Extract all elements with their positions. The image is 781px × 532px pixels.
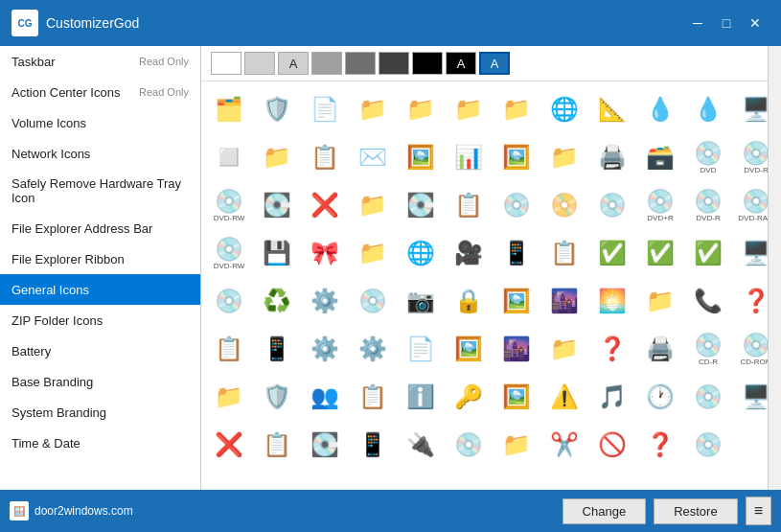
icon-cell-85[interactable]: ⚠️: [541, 374, 587, 420]
icon-cell-40[interactable]: 💾: [254, 230, 300, 276]
icon-cell-94[interactable]: 📱: [350, 422, 396, 468]
icon-cell-24[interactable]: 💿DVD-R: [733, 134, 768, 180]
sidebar-item-system-branding[interactable]: System Branding: [0, 397, 200, 428]
icon-cell-17[interactable]: 🖼️: [398, 134, 444, 180]
icon-cell-69[interactable]: 📄: [398, 326, 444, 372]
icon-cell-34[interactable]: 💿: [589, 182, 635, 228]
sidebar-item-volume-icons[interactable]: Volume Icons: [0, 107, 200, 138]
swatch-selected[interactable]: A: [479, 52, 510, 75]
icon-cell-75[interactable]: 💿CD-R: [685, 326, 731, 372]
sidebar-item-taskbar[interactable]: TaskbarRead Only: [0, 46, 200, 77]
icon-cell-95[interactable]: 🔌: [398, 422, 444, 468]
icon-cell-53[interactable]: ♻️: [254, 278, 300, 324]
icon-cell-56[interactable]: 📷: [398, 278, 444, 324]
icon-cell-67[interactable]: ⚙️: [302, 326, 348, 372]
icon-cell-0[interactable]: 🗂️: [206, 86, 252, 132]
icon-cell-5[interactable]: 📁: [446, 86, 492, 132]
icon-cell-101[interactable]: 💿: [685, 422, 731, 468]
icon-cell-72[interactable]: 📁: [541, 326, 587, 372]
icon-cell-54[interactable]: ⚙️: [302, 278, 348, 324]
icon-cell-60[interactable]: 🌅: [589, 278, 635, 324]
icon-cell-80[interactable]: 👥: [302, 374, 348, 420]
icon-cell-78[interactable]: 📁: [206, 374, 252, 420]
icon-cell-11[interactable]: 🖥️: [733, 86, 768, 132]
icon-cell-46[interactable]: 📋: [541, 230, 587, 276]
icon-cell-19[interactable]: 🖼️: [494, 134, 540, 180]
swatch-mdgray[interactable]: [345, 52, 376, 75]
icon-cell-41[interactable]: 🎀: [302, 230, 348, 276]
swatch-white[interactable]: [211, 52, 241, 75]
sidebar-item-general-icons[interactable]: General Icons: [0, 274, 200, 305]
icon-cell-23[interactable]: 💿DVD: [685, 134, 731, 180]
icon-cell-97[interactable]: 📁: [494, 422, 540, 468]
restore-button[interactable]: Restore: [654, 498, 738, 524]
icon-cell-89[interactable]: 🖥️: [733, 374, 768, 420]
icon-cell-1[interactable]: 🛡️: [254, 86, 300, 132]
icon-cell-14[interactable]: 📁: [254, 134, 300, 180]
icon-cell-70[interactable]: 🖼️: [446, 326, 492, 372]
swatch-dgray[interactable]: [379, 52, 409, 75]
icon-cell-47[interactable]: ✅: [589, 230, 635, 276]
icon-cell-37[interactable]: 💿DVD-RAM: [733, 182, 768, 228]
icon-cell-86[interactable]: 🎵: [589, 374, 635, 420]
close-button[interactable]: ✕: [741, 10, 770, 36]
maximize-button[interactable]: □: [712, 10, 741, 36]
minimize-button[interactable]: ─: [683, 10, 712, 36]
icon-cell-93[interactable]: 💽: [302, 422, 348, 468]
sidebar-item-time-date[interactable]: Time & Date: [0, 428, 200, 458]
icon-cell-28[interactable]: ❌: [302, 182, 348, 228]
icon-cell-9[interactable]: 💧: [637, 86, 683, 132]
icon-cell-35[interactable]: 💿DVD+R: [637, 182, 683, 228]
menu-button[interactable]: ≡: [746, 497, 771, 525]
icon-cell-13[interactable]: ◻️: [206, 134, 252, 180]
icon-cell-10[interactable]: 💧: [685, 86, 731, 132]
icon-cell-88[interactable]: 💿: [685, 374, 731, 420]
icon-cell-7[interactable]: 🌐: [541, 86, 587, 132]
icon-cell-61[interactable]: 📁: [637, 278, 683, 324]
icon-cell-32[interactable]: 💿: [494, 182, 540, 228]
sidebar-item-file-explorer-address[interactable]: File Explorer Address Bar: [0, 213, 200, 243]
icon-cell-71[interactable]: 🌆: [494, 326, 540, 372]
scrollbar[interactable]: [768, 46, 781, 490]
swatch-black[interactable]: [412, 52, 443, 75]
icon-cell-49[interactable]: ✅: [685, 230, 731, 276]
icon-cell-63[interactable]: ❓: [733, 278, 768, 324]
swatch-ltgray[interactable]: [244, 52, 275, 75]
icon-cell-27[interactable]: 💽: [254, 182, 300, 228]
icon-cell-4[interactable]: 📁: [398, 86, 444, 132]
sidebar-item-safely-remove[interactable]: Safely Remove Hardware Tray Icon: [0, 169, 200, 213]
icon-cell-8[interactable]: 📐: [589, 86, 635, 132]
icon-cell-82[interactable]: ℹ️: [398, 374, 444, 420]
change-button[interactable]: Change: [563, 498, 647, 524]
icon-cell-92[interactable]: 📋: [254, 422, 300, 468]
icon-cell-2[interactable]: 📄: [302, 86, 348, 132]
icon-cell-6[interactable]: 📁: [494, 86, 540, 132]
icon-cell-59[interactable]: 🌆: [541, 278, 587, 324]
icon-cell-98[interactable]: ✂️: [541, 422, 587, 468]
swatch-gray[interactable]: [311, 52, 342, 75]
icon-cell-83[interactable]: 🔑: [446, 374, 492, 420]
icon-cell-102[interactable]: [733, 422, 768, 468]
icon-cell-81[interactable]: 📋: [350, 374, 396, 420]
icon-cell-58[interactable]: 🖼️: [494, 278, 540, 324]
icon-cell-100[interactable]: ❓: [637, 422, 683, 468]
sidebar-item-zip-folder-icons[interactable]: ZIP Folder Icons: [0, 305, 200, 335]
icon-cell-20[interactable]: 📁: [541, 134, 587, 180]
icon-cell-52[interactable]: 💿: [206, 278, 252, 324]
icon-cell-73[interactable]: ❓: [589, 326, 635, 372]
icon-cell-57[interactable]: 🔒: [446, 278, 492, 324]
swatch-a-dark[interactable]: A: [446, 52, 476, 75]
icon-cell-87[interactable]: 🕐: [637, 374, 683, 420]
icon-cell-43[interactable]: 🌐: [398, 230, 444, 276]
sidebar-item-base-branding[interactable]: Base Branding: [0, 366, 200, 397]
icon-cell-31[interactable]: 📋: [446, 182, 492, 228]
icon-cell-99[interactable]: 🚫: [589, 422, 635, 468]
icon-cell-48[interactable]: ✅: [637, 230, 683, 276]
sidebar-item-action-center-icons[interactable]: Action Center IconsRead Only: [0, 77, 200, 107]
icon-cell-22[interactable]: 🗃️: [637, 134, 683, 180]
sidebar-item-file-explorer-ribbon[interactable]: File Explorer Ribbon: [0, 243, 200, 274]
icon-cell-68[interactable]: ⚙️: [350, 326, 396, 372]
icon-cell-26[interactable]: 💿DVD-RW: [206, 182, 252, 228]
icon-cell-65[interactable]: 📋: [206, 326, 252, 372]
icon-cell-39[interactable]: 💿DVD-RW: [206, 230, 252, 276]
